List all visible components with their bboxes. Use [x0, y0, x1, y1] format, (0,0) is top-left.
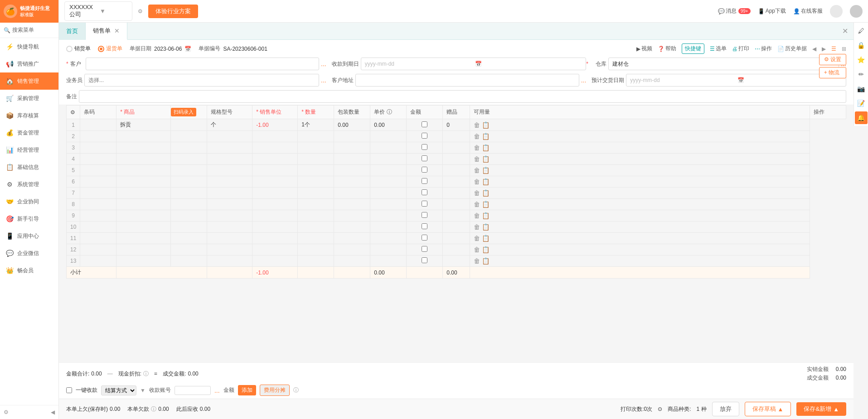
- cell-spec[interactable]: [171, 222, 207, 233]
- cell-unit[interactable]: [207, 176, 252, 188]
- shortcut-btn[interactable]: 快捷键: [682, 43, 704, 54]
- sidebar-item-sales[interactable]: 🏠销售管理: [0, 72, 58, 90]
- history-btn[interactable]: 📄 历史单据: [777, 45, 807, 53]
- product-types-check[interactable]: ⊙: [658, 406, 662, 412]
- cell-product[interactable]: [116, 176, 171, 188]
- salesman-ellipsis[interactable]: ...: [321, 77, 326, 84]
- cell-quantity[interactable]: [252, 233, 298, 244]
- account-input[interactable]: [175, 386, 211, 395]
- cell-amount[interactable]: [370, 233, 407, 244]
- warehouse-input[interactable]: 建材仓: [608, 58, 839, 70]
- cell-gift[interactable]: [407, 176, 443, 188]
- cell-unit[interactable]: [207, 165, 252, 176]
- gift-checkbox[interactable]: [422, 257, 427, 263]
- cell-unit[interactable]: [207, 199, 252, 210]
- method-select[interactable]: 结算方式: [101, 385, 136, 395]
- company-selector[interactable]: XXXXXX公司 ▼: [64, 1, 132, 21]
- cell-amount[interactable]: [370, 176, 407, 188]
- select-btn[interactable]: ☰ 选单: [710, 45, 727, 53]
- copy-btn[interactable]: 📋: [482, 235, 490, 242]
- cell-barcode[interactable]: [80, 165, 116, 176]
- sidebar-item-app-center[interactable]: 📱应用中心: [0, 227, 58, 245]
- cell-spec[interactable]: [171, 154, 207, 165]
- cell-unit-price[interactable]: [334, 233, 370, 244]
- cell-product[interactable]: 拆贡: [116, 119, 171, 131]
- order-type-sales[interactable]: 销货单: [66, 45, 91, 53]
- cell-product[interactable]: [116, 154, 171, 165]
- cell-quantity[interactable]: [252, 176, 298, 188]
- delete-btn[interactable]: 🗑: [474, 189, 480, 197]
- sidebar-item-finance[interactable]: 💰资金管理: [0, 124, 58, 141]
- cell-unit[interactable]: [207, 142, 252, 154]
- cell-gift[interactable]: [407, 222, 443, 233]
- cell-amount[interactable]: [370, 165, 407, 176]
- copy-btn[interactable]: 📋: [482, 246, 490, 253]
- gift-checkbox[interactable]: [422, 144, 427, 150]
- cell-barcode[interactable]: [80, 119, 116, 131]
- sidebar-item-marketing[interactable]: 📢营销推广: [0, 55, 58, 72]
- one-click-checkbox[interactable]: [66, 387, 72, 393]
- app-download-btn[interactable]: 📱 App下载: [758, 7, 786, 15]
- cell-pack-qty[interactable]: 1个: [298, 119, 334, 131]
- cell-pack-qty[interactable]: [298, 165, 334, 176]
- cell-spec[interactable]: [171, 210, 207, 222]
- grid-view-btn[interactable]: ⊞: [842, 46, 846, 52]
- cell-pack-qty[interactable]: [298, 142, 334, 154]
- gift-checkbox[interactable]: [422, 133, 427, 139]
- cell-product[interactable]: [116, 188, 171, 199]
- account-ellipsis[interactable]: ...: [214, 387, 220, 394]
- panel-btn-6[interactable]: 📝: [855, 97, 868, 110]
- copy-btn[interactable]: 📋: [482, 257, 490, 265]
- sidebar-item-operations[interactable]: 📊经营管理: [0, 141, 58, 159]
- cell-quantity[interactable]: -1.00: [252, 119, 298, 131]
- gift-checkbox[interactable]: [422, 235, 427, 241]
- scan-btn[interactable]: 扫码录入: [171, 108, 196, 116]
- cell-quantity[interactable]: [252, 131, 298, 142]
- address-ellipsis[interactable]: ...: [581, 77, 587, 84]
- panel-btn-4[interactable]: ✏: [855, 68, 868, 81]
- gift-checkbox[interactable]: [422, 155, 427, 161]
- cell-barcode[interactable]: [80, 199, 116, 210]
- delete-btn[interactable]: 🗑: [474, 155, 480, 163]
- col-scan[interactable]: 扫码录入: [171, 106, 207, 119]
- cell-amount[interactable]: [370, 131, 407, 142]
- cell-barcode[interactable]: [80, 244, 116, 255]
- cell-quantity[interactable]: [252, 222, 298, 233]
- cell-quantity[interactable]: [252, 154, 298, 165]
- cell-spec[interactable]: [171, 165, 207, 176]
- sidebar-item-enterprise[interactable]: 🤝企业协同: [0, 193, 58, 210]
- avatar2[interactable]: [850, 5, 863, 18]
- cell-pack-qty[interactable]: [298, 176, 334, 188]
- copy-btn[interactable]: 📋: [482, 155, 490, 163]
- cell-quantity[interactable]: [252, 255, 298, 267]
- gift-checkbox[interactable]: [422, 121, 427, 127]
- cell-spec[interactable]: [171, 142, 207, 154]
- panel-btn-2[interactable]: 🔒: [855, 39, 868, 52]
- cell-barcode[interactable]: [80, 233, 116, 244]
- gift-checkbox[interactable]: [422, 212, 427, 218]
- sales-radio[interactable]: [66, 46, 73, 52]
- settings-icon[interactable]: ⚙: [4, 409, 9, 415]
- cell-unit[interactable]: [207, 233, 252, 244]
- order-type-return[interactable]: 退货单: [98, 45, 122, 53]
- cell-quantity[interactable]: [252, 199, 298, 210]
- panel-btn-1[interactable]: 🖊: [855, 24, 868, 37]
- delete-btn[interactable]: 🗑: [474, 235, 480, 242]
- save-draft-btn[interactable]: 保存草稿 ▲: [745, 402, 791, 416]
- list-view-btn[interactable]: ☰: [831, 46, 836, 52]
- cell-barcode[interactable]: [80, 142, 116, 154]
- gift-checkbox[interactable]: [422, 178, 427, 184]
- cell-unit-price[interactable]: [334, 176, 370, 188]
- cell-barcode[interactable]: [80, 131, 116, 142]
- cell-gift[interactable]: [407, 188, 443, 199]
- cell-unit-price[interactable]: [334, 165, 370, 176]
- delivery-input[interactable]: yyyy-mm-dd 📅: [626, 74, 846, 87]
- tab-bar-close-btn[interactable]: ✕: [837, 27, 853, 35]
- return-radio[interactable]: [98, 46, 104, 52]
- cell-gift[interactable]: [407, 233, 443, 244]
- sidebar-item-purchase[interactable]: 🛒采购管理: [0, 90, 58, 107]
- cell-spec[interactable]: [171, 131, 207, 142]
- cell-unit[interactable]: [207, 131, 252, 142]
- salesman-input[interactable]: [84, 74, 319, 87]
- gift-checkbox[interactable]: [422, 167, 427, 173]
